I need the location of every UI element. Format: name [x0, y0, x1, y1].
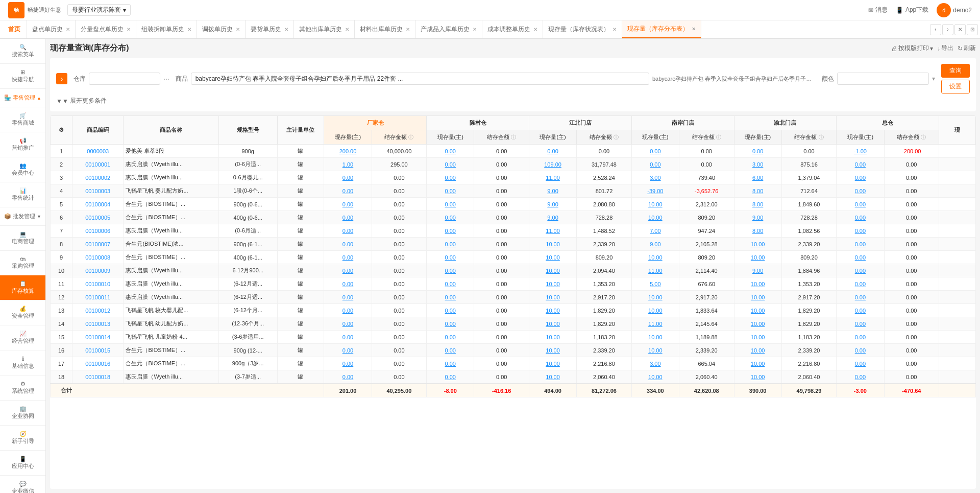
tab-product-in[interactable]: 产成品入库单历史 ✕	[415, 20, 482, 38]
cell-cc-qty[interactable]: 0.00	[427, 251, 474, 264]
cell-yb-qty[interactable]: 6.00	[734, 171, 781, 184]
cell-total-qty[interactable]: 0.00	[837, 317, 884, 331]
cell-na-qty[interactable]: 5.00	[631, 277, 679, 291]
cell-cc-qty[interactable]: 0.00	[427, 184, 474, 198]
cell-jb-qty[interactable]: 10.00	[529, 304, 576, 317]
refresh-btn[interactable]: ↻ 刷新	[958, 44, 976, 53]
tab-expand-btn[interactable]: ⊡	[967, 24, 978, 35]
query-btn[interactable]: 查询	[941, 64, 970, 78]
cell-jb-qty[interactable]: 11.00	[529, 224, 576, 238]
sidebar-item-wholesale[interactable]: 📦 批发管理 ▼	[0, 207, 45, 226]
sidebar-item-member[interactable]: 👥 会员中心	[0, 157, 45, 182]
cell-cc-qty[interactable]: 0.00	[427, 238, 474, 251]
color-chevron[interactable]: ▾	[932, 75, 935, 82]
cell-cc-qty[interactable]: 0.00	[427, 357, 474, 370]
cell-yb-qty[interactable]: 8.00	[734, 198, 781, 211]
cell-cc-qty[interactable]: 0.00	[427, 277, 474, 291]
cell-na-qty[interactable]: 3.00	[631, 171, 679, 184]
cell-fj-qty[interactable]: 0.00	[324, 251, 372, 264]
cell-fj-qty[interactable]: 0.00	[324, 344, 372, 357]
sidebar-item-retail-shop[interactable]: 🛒 零售商城	[0, 107, 45, 132]
cell-jb-qty[interactable]: 9.00	[529, 184, 576, 198]
tab-close-5[interactable]: ✕	[284, 27, 288, 32]
cell-fj-qty[interactable]: 0.00	[324, 238, 372, 251]
cell-fj-qty[interactable]: 0.00	[324, 370, 372, 384]
cell-total-qty[interactable]: 0.00	[837, 158, 884, 171]
cell-jb-qty[interactable]: 10.00	[529, 344, 576, 357]
sidebar-item-ecommerce[interactable]: 💻 电商管理	[0, 226, 45, 251]
cell-na-qty[interactable]: 0.00	[631, 158, 679, 171]
tab-close-2[interactable]: ✕	[127, 27, 131, 32]
cell-cc-qty[interactable]: 0.00	[427, 370, 474, 384]
tab-close-8[interactable]: ✕	[473, 27, 477, 32]
sidebar-item-nav[interactable]: ⊞ 快捷导航	[0, 64, 45, 89]
cell-jb-qty[interactable]: 109.00	[529, 158, 576, 171]
cell-jb-qty[interactable]: 10.00	[529, 264, 576, 277]
info-icon-3[interactable]: ⓘ	[614, 134, 619, 140]
cell-na-qty[interactable]: 9.00	[631, 238, 679, 251]
cell-fj-qty[interactable]: 200.00	[324, 145, 372, 158]
sidebar-item-marketing[interactable]: 📢 营销推广	[0, 132, 45, 157]
cell-fj-qty[interactable]: 0.00	[324, 224, 372, 238]
warehouse-input[interactable]	[89, 73, 160, 85]
cell-fj-qty[interactable]: 0.00	[324, 198, 372, 211]
message-btn[interactable]: ✉ 消息	[868, 6, 888, 14]
cell-yb-qty[interactable]: 3.00	[734, 158, 781, 171]
tab-close-6[interactable]: ✕	[345, 27, 349, 32]
cell-yb-qty[interactable]: 9.00	[734, 264, 781, 277]
cell-fj-qty[interactable]: 0.00	[324, 304, 372, 317]
cell-yb-qty[interactable]: 10.00	[734, 344, 781, 357]
cell-fj-qty[interactable]: 0.00	[324, 331, 372, 344]
tab-count-history[interactable]: 盘点单历史 ✕	[27, 20, 76, 38]
sidebar-item-operations[interactable]: 📈 经营管理	[0, 325, 45, 350]
expand-more-btn[interactable]: ▼▼ 展开更多条件	[56, 97, 970, 105]
cell-cc-qty[interactable]: 0.00	[427, 224, 474, 238]
cell-jb-qty[interactable]: 0.00	[529, 145, 576, 158]
cell-yb-qty[interactable]: 10.00	[734, 291, 781, 304]
cell-total-qty[interactable]: 0.00	[837, 370, 884, 384]
info-icon-5[interactable]: ⓘ	[819, 134, 824, 140]
cell-total-qty[interactable]: -1.00	[837, 145, 884, 158]
cell-cc-qty[interactable]: 0.00	[427, 317, 474, 331]
cell-na-qty[interactable]: 3.00	[631, 357, 679, 370]
cell-jb-qty[interactable]: 10.00	[529, 317, 576, 331]
cell-na-qty[interactable]: 0.00	[631, 145, 679, 158]
expand-toggle-btn[interactable]: ›	[56, 73, 67, 84]
cell-jb-qty[interactable]: 10.00	[529, 238, 576, 251]
sidebar-item-guide[interactable]: 🧭 新手引导	[0, 426, 45, 451]
tab-close-all-btn[interactable]: ✕	[954, 24, 966, 35]
cell-jb-qty[interactable]: 10.00	[529, 251, 576, 264]
app-download-btn[interactable]: 📱 App下载	[896, 6, 928, 14]
cell-total-qty[interactable]: 0.00	[837, 357, 884, 370]
sidebar-item-system[interactable]: ⚙ 系统管理	[0, 375, 45, 401]
cell-yb-qty[interactable]: 10.00	[734, 331, 781, 344]
cell-yb-qty[interactable]: 10.00	[734, 238, 781, 251]
cell-yb-qty[interactable]: 10.00	[734, 251, 781, 264]
cell-total-qty[interactable]: 0.00	[837, 277, 884, 291]
cell-na-qty[interactable]: 11.00	[631, 317, 679, 331]
col-settings[interactable]: ⚙	[51, 116, 72, 145]
cell-total-qty[interactable]: 0.00	[837, 171, 884, 184]
tab-material-out[interactable]: 材料出库单历史 ✕	[355, 20, 415, 38]
info-icon-1[interactable]: ⓘ	[408, 134, 413, 140]
cell-total-qty[interactable]: 0.00	[837, 264, 884, 277]
tab-split-count[interactable]: 分量盘点单历史 ✕	[76, 20, 136, 38]
cell-fj-qty[interactable]: 0.00	[324, 291, 372, 304]
cell-jb-qty[interactable]: 10.00	[529, 291, 576, 304]
cell-yb-qty[interactable]: 8.00	[734, 184, 781, 198]
cell-na-qty[interactable]: 10.00	[631, 304, 679, 317]
cell-jb-qty[interactable]: 9.00	[529, 198, 576, 211]
cell-cc-qty[interactable]: 0.00	[427, 331, 474, 344]
cell-fj-qty[interactable]: 0.00	[324, 264, 372, 277]
cell-na-qty[interactable]: 10.00	[631, 198, 679, 211]
tab-close-11[interactable]: ✕	[692, 26, 696, 32]
cell-yb-qty[interactable]: 8.00	[734, 224, 781, 238]
cell-fj-qty[interactable]: 0.00	[324, 317, 372, 331]
sidebar-item-search[interactable]: 🔍 搜索英单	[0, 39, 45, 64]
tab-close[interactable]: ✕	[66, 27, 70, 32]
info-icon-6[interactable]: ⓘ	[921, 134, 926, 140]
cell-total-qty[interactable]: 0.00	[837, 291, 884, 304]
cell-jb-qty[interactable]: 10.00	[529, 277, 576, 291]
cell-cc-qty[interactable]: 0.00	[427, 158, 474, 171]
cell-fj-qty[interactable]: 0.00	[324, 357, 372, 370]
